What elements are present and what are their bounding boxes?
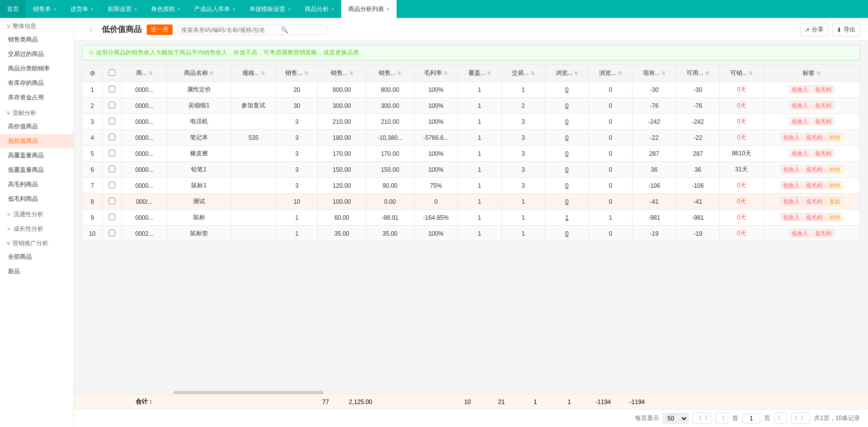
search-icon[interactable]: 🔍 <box>281 26 288 33</box>
browse2-cell: 1 <box>589 210 633 226</box>
close-icon[interactable]: × <box>178 6 181 12</box>
browse1-value[interactable]: 0 <box>565 134 569 141</box>
sale-amt-col-header[interactable]: 销售... ⇅ <box>318 65 366 82</box>
top-nav: 首页 销售单 × 进货单 × 权限设置 × 角色授权 × 产成品入库单 × 单据… <box>0 0 868 18</box>
page-number-input[interactable] <box>742 414 760 424</box>
sidebar-group-circulation[interactable]: ＞ 流通性分析 <box>0 206 73 221</box>
row-checkbox[interactable] <box>109 134 115 140</box>
nav-product-analysis[interactable]: 商品分析 × <box>298 0 341 18</box>
row-checkbox[interactable] <box>109 118 115 124</box>
close-icon[interactable]: × <box>91 6 94 12</box>
scrollbar-thumb[interactable] <box>174 391 323 394</box>
product-tag: 热销 <box>827 181 843 189</box>
sidebar-item-inventory-funds[interactable]: 库存资金占用 <box>0 90 73 105</box>
sidebar-item-new-products[interactable]: 新品 <box>0 264 73 279</box>
row-checkbox[interactable] <box>109 182 115 188</box>
export-icon: ⬇ <box>837 26 842 33</box>
first-page-button[interactable]: 〈〈 <box>692 413 711 424</box>
product-tag: 低收入 <box>789 229 811 237</box>
sidebar-item-low-profit[interactable]: 低毛利商品 <box>0 192 73 206</box>
nav-product-stock[interactable]: 产成品入库单 × <box>187 0 242 18</box>
settings-col-header[interactable]: ⚙ <box>82 65 103 82</box>
sidebar-item-high-value[interactable]: 高价值商品 <box>0 119 73 134</box>
browse1-value[interactable]: 0 <box>565 118 569 125</box>
row-checkbox[interactable] <box>109 230 115 236</box>
table-row: 2 0000... 吴细细1 参加复试 30 300.00 300.00 100… <box>82 98 860 114</box>
row-checkbox[interactable] <box>109 86 115 92</box>
row-checkbox[interactable] <box>109 150 115 156</box>
browse1-value[interactable]: 0 <box>565 230 569 237</box>
tx-cell: 1 <box>501 194 545 210</box>
nav-permission-settings[interactable]: 权限设置 × <box>101 0 144 18</box>
nav-template-settings[interactable]: 单据模板设置 × <box>242 0 298 18</box>
browse1-value[interactable]: 0 <box>565 198 569 205</box>
amt3-cell: 0 <box>414 194 458 210</box>
browse2-col-header[interactable]: 浏览... ⇅ <box>589 65 633 82</box>
browse1-value[interactable]: 0 <box>565 86 569 93</box>
time-filter-tag[interactable]: 近一月 <box>147 24 173 35</box>
coverage-col-header[interactable]: 覆盖... ⇅ <box>458 65 502 82</box>
row-checkbox[interactable] <box>109 214 115 220</box>
salable-col-header[interactable]: 可销... ⇅ <box>720 65 764 82</box>
nav-home[interactable]: 首页 <box>0 0 26 18</box>
share-button[interactable]: ↗ 分享 <box>800 23 828 36</box>
page-size-select[interactable]: 50 100 200 <box>663 413 688 424</box>
horizontal-scrollbar[interactable] <box>74 390 868 394</box>
browse1-value[interactable]: 0 <box>565 150 569 157</box>
sku-col-header[interactable]: 商... ⇅ <box>122 65 167 82</box>
product-tag: 低毛利 <box>813 149 834 157</box>
close-icon[interactable]: × <box>232 6 235 12</box>
sale-qty-col-header[interactable]: 销售... ⇅ <box>276 65 318 82</box>
tx-col-header[interactable]: 交易... ⇅ <box>501 65 545 82</box>
amt2-cell: 35.00 <box>366 226 414 242</box>
sidebar-item-low-coverage[interactable]: 低覆盖量商品 <box>0 163 73 177</box>
name-col-header[interactable]: 商品名称 ⇅ <box>167 65 231 82</box>
sidebar-item-stocked-products[interactable]: 有库存的商品 <box>0 76 73 90</box>
amt3-cell: 100% <box>414 114 458 130</box>
close-icon[interactable]: × <box>331 6 334 12</box>
last-page-button[interactable]: 〉〉 <box>791 413 810 424</box>
sidebar-group-overall[interactable]: ∨ 整体信息 <box>0 18 73 32</box>
close-icon[interactable]: × <box>387 6 390 12</box>
stock2-col-header[interactable]: 可用... ⇅ <box>676 65 720 82</box>
next-page-button[interactable]: 〉 <box>774 413 787 424</box>
browse1-col-header[interactable]: 浏览... ⇅ <box>545 65 589 82</box>
nav-product-analysis-list[interactable]: 商品分析列表 × <box>341 0 397 18</box>
sidebar-group-contribution[interactable]: ∨ 贡献分析 <box>0 105 73 119</box>
collapse-sidebar-button[interactable]: 《 <box>82 23 97 36</box>
close-icon[interactable]: × <box>288 6 291 12</box>
prev-page-button[interactable]: 〈 <box>715 413 728 424</box>
stock1-col-header[interactable]: 现有... ⇅ <box>633 65 676 82</box>
sidebar-item-high-profit[interactable]: 高毛利商品 <box>0 177 73 192</box>
sidebar-item-all-products[interactable]: 全部商品 <box>0 250 73 264</box>
tags-col-header[interactable]: 标签 ⇅ <box>763 65 860 82</box>
margin-col-header[interactable]: 毛利率 ⇅ <box>414 65 458 82</box>
product-tag: 低收入 <box>781 197 802 205</box>
row-checkbox[interactable] <box>109 198 115 204</box>
close-icon[interactable]: × <box>134 6 137 12</box>
sidebar-item-category-sales-rate[interactable]: 商品分类助销率 <box>0 61 73 76</box>
browse1-value[interactable]: 0 <box>565 102 569 109</box>
browse1-value[interactable]: 1 <box>565 214 569 221</box>
nav-role-auth[interactable]: 角色授权 × <box>144 0 188 18</box>
amt2-cell: 800.00 <box>366 82 414 98</box>
row-checkbox[interactable] <box>109 102 115 108</box>
row-num-cell: 5 <box>82 146 103 162</box>
export-button[interactable]: ⬇ 导出 <box>832 23 860 36</box>
close-icon[interactable]: × <box>53 6 56 12</box>
sidebar-item-sales-products[interactable]: 销售类商品 <box>0 32 73 47</box>
browse1-value[interactable]: 0 <box>565 182 569 189</box>
sidebar-item-traded-products[interactable]: 交易过的商品 <box>0 47 73 61</box>
sidebar-item-low-value[interactable]: 低价值商品 <box>0 134 73 148</box>
sidebar-group-marketing[interactable]: ∨ 营销推广分析 <box>0 235 73 250</box>
nav-purchase-order[interactable]: 进货单 × <box>63 0 101 18</box>
search-input[interactable] <box>181 26 281 33</box>
sidebar-group-growth[interactable]: ＞ 成长性分析 <box>0 221 73 235</box>
sale-amt2-col-header[interactable]: 销售... ⇅ <box>366 65 414 82</box>
select-all-checkbox[interactable] <box>109 69 115 76</box>
row-checkbox[interactable] <box>109 166 115 172</box>
nav-sales-order[interactable]: 销售单 × <box>26 0 63 18</box>
sidebar-item-high-coverage[interactable]: 高覆盖量商品 <box>0 148 73 163</box>
browse1-value[interactable]: 0 <box>565 166 569 173</box>
spec-col-header[interactable]: 规格... ⇅ <box>231 65 276 82</box>
